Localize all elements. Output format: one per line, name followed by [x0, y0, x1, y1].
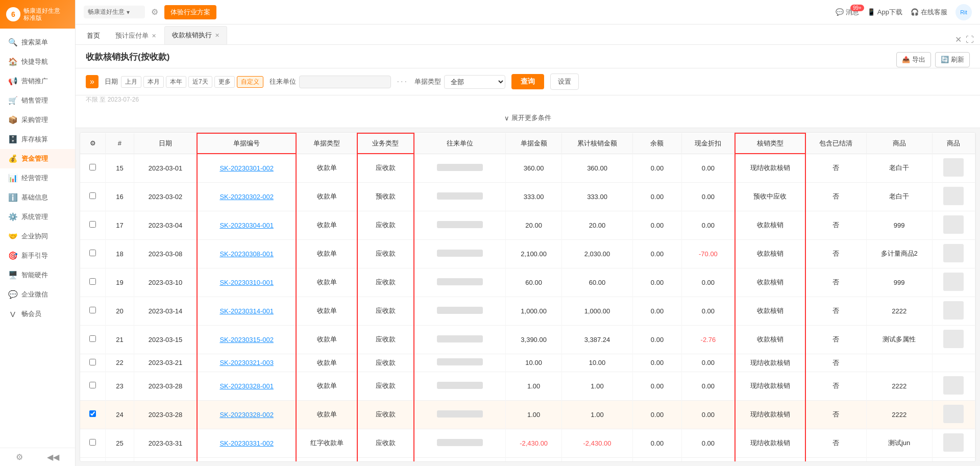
close-window-icon[interactable]: ✕: [955, 35, 962, 44]
date-btn-last-month[interactable]: 上月: [121, 76, 141, 88]
sidebar-item-operations[interactable]: 📊 经营管理: [0, 168, 75, 188]
table-row[interactable]: 17 2023-03-04 SK-20230304-001 收款单 应收款 20…: [80, 211, 975, 239]
cell-docno[interactable]: SK-20230302-002: [197, 182, 296, 211]
sidebar-item-inventory[interactable]: 🗄️ 库存核算: [0, 130, 75, 149]
cell-checkbox[interactable]: [80, 182, 106, 211]
sidebar-item-marketing[interactable]: 📢 营销推广: [0, 71, 75, 91]
col-settings-icon[interactable]: ⚙: [90, 139, 96, 147]
collapse-icon[interactable]: ◀◀: [47, 452, 59, 462]
cell-checkbox[interactable]: [80, 239, 106, 268]
sidebar-item-wechat[interactable]: 💬 企业微信: [0, 285, 75, 304]
cell-balance: 0.00: [632, 182, 682, 211]
cell-docno[interactable]: SK-20230403-002: [197, 457, 296, 462]
sidebar-item-sales[interactable]: 🛒 销售管理: [0, 91, 75, 110]
tab-home[interactable]: 首页: [80, 27, 107, 44]
type-filter-select[interactable]: 全部 收款单 红字收款单: [444, 75, 505, 89]
maximize-icon[interactable]: ⛶: [966, 35, 974, 44]
cell-docno[interactable]: SK-20230314-001: [197, 297, 296, 325]
cell-goods: [866, 354, 932, 372]
table-row[interactable]: 23 2023-03-28 SK-20230328-001 收款单 应收款 1.…: [80, 372, 975, 400]
sidebar-item-guide[interactable]: 🎯 新手引导: [0, 246, 75, 265]
tab-collection[interactable]: 收款核销执行 ✕: [164, 26, 227, 44]
query-btn[interactable]: 查询: [511, 74, 544, 89]
date-btn-this-month[interactable]: 本月: [143, 76, 164, 88]
cell-include-settled: 否: [805, 154, 867, 182]
tab-prepay[interactable]: 预计应付单 ✕: [108, 27, 163, 44]
company-dropdown[interactable]: 畅康道好生意 ▾: [84, 6, 145, 18]
cell-writeoff-type: 现结收款核销: [735, 154, 805, 182]
data-table-container[interactable]: ⚙ # 日期 单据编号 单据类型 业务类型 往来单位 单据金额 累计核销金额 余…: [80, 132, 976, 462]
sidebar-item-quick-nav[interactable]: 🏠 快捷导航: [0, 52, 75, 71]
table-row[interactable]: 26 2023-04-03 SK-20230403-002 收款单 预收款 20…: [80, 457, 975, 462]
cell-docno[interactable]: SK-20230301-002: [197, 154, 296, 182]
sidebar-item-purchase[interactable]: 📦 采购管理: [0, 110, 75, 130]
cell-include-settled: 否: [805, 182, 867, 211]
col-amount: 单据金额: [505, 133, 562, 154]
solution-btn[interactable]: 体验行业方案: [164, 5, 216, 19]
table-row[interactable]: 15 2023-03-01 SK-20230301-002 收款单 应收款 36…: [80, 154, 975, 182]
date-btn-this-year[interactable]: 本年: [166, 76, 186, 88]
cell-checkbox[interactable]: [80, 457, 106, 462]
sidebar-item-vip[interactable]: V 畅会员: [0, 304, 75, 324]
sidebar-item-finance[interactable]: 💰 资金管理: [0, 149, 75, 168]
cell-checkbox[interactable]: [80, 154, 106, 182]
date-btn-more[interactable]: 更多: [214, 76, 235, 88]
table-row[interactable]: 21 2023-03-15 SK-20230315-002 收款单 应收款 3,…: [80, 325, 975, 354]
app-download-btn[interactable]: 📱 App下载: [867, 8, 902, 17]
cell-amount: -2,430.00: [505, 429, 562, 457]
cell-docno[interactable]: SK-20230308-001: [197, 239, 296, 268]
settings-btn[interactable]: 设置: [550, 73, 579, 90]
collection-tab-close[interactable]: ✕: [215, 32, 219, 39]
expand-more-btn[interactable]: ∨ 展开更多条件: [498, 110, 557, 126]
cell-docno[interactable]: SK-20230321-003: [197, 354, 296, 372]
date-btn-7days[interactable]: 近7天: [188, 76, 212, 88]
table-row[interactable]: 22 2023-03-21 SK-20230321-003 收款单 应收款 10…: [80, 354, 975, 372]
cell-docno[interactable]: SK-20230328-001: [197, 372, 296, 400]
col-unit: 往来单位: [414, 133, 506, 154]
online-service-btn[interactable]: 🎧 在线客服: [911, 8, 947, 17]
cell-checkbox[interactable]: [80, 372, 106, 400]
sidebar-item-enterprise[interactable]: 🤝 企业协同: [0, 227, 75, 246]
cell-docno[interactable]: SK-20230328-002: [197, 400, 296, 429]
cell-checkbox[interactable]: [80, 429, 106, 457]
table-row[interactable]: 24 2023-03-28 SK-20230328-002 收款单 应收款 1.…: [80, 400, 975, 429]
cell-doctype: 收款单: [296, 400, 357, 429]
messages-btn[interactable]: 💬 消息 99+: [836, 8, 859, 17]
sidebar-item-basic-info[interactable]: ℹ️ 基础信息: [0, 188, 75, 207]
date-custom-btn[interactable]: 自定义: [237, 76, 263, 88]
cell-checkbox[interactable]: [80, 297, 106, 325]
export-btn[interactable]: 📤 导出: [896, 52, 931, 67]
table-row[interactable]: 18 2023-03-08 SK-20230308-001 收款单 应收款 2,…: [80, 239, 975, 268]
cell-checkbox[interactable]: [80, 211, 106, 239]
sidebar-item-search[interactable]: 🔍 搜索菜单: [0, 33, 75, 52]
cell-include-settled: 否: [805, 325, 867, 354]
hardware-icon: 🖥️: [8, 271, 17, 280]
user-avatar[interactable]: Rit: [955, 4, 972, 20]
cell-writeoff-type: 现结收款核销: [735, 400, 805, 429]
cell-checkbox[interactable]: [80, 400, 106, 429]
table-row[interactable]: 20 2023-03-14 SK-20230314-001 收款单 应收款 1,…: [80, 297, 975, 325]
prepay-tab-close[interactable]: ✕: [152, 33, 156, 39]
unit-filter-input[interactable]: [299, 76, 391, 88]
cell-checkbox[interactable]: [80, 325, 106, 354]
cell-docno[interactable]: SK-20230310-001: [197, 268, 296, 297]
sidebar-item-hardware[interactable]: 🖥️ 智能硬件: [0, 265, 75, 285]
cell-checkbox[interactable]: [80, 268, 106, 297]
cell-docno[interactable]: SK-20230315-002: [197, 325, 296, 354]
table-row[interactable]: 25 2023-03-31 SK-20230331-002 红字收款单 应收款 …: [80, 429, 975, 457]
table-row[interactable]: 16 2023-03-02 SK-20230302-002 收款单 预收款 33…: [80, 182, 975, 211]
col-include-settled: 包含已结清: [805, 133, 867, 154]
settings-footer-icon[interactable]: ⚙: [16, 452, 23, 462]
cell-docno[interactable]: SK-20230304-001: [197, 211, 296, 239]
sidebar-item-system[interactable]: ⚙️ 系统管理: [0, 207, 75, 227]
refresh-btn[interactable]: 🔄 刷新: [935, 52, 970, 67]
cell-checkbox[interactable]: [80, 354, 106, 372]
cell-doctype: 收款单: [296, 297, 357, 325]
gear-icon[interactable]: ⚙: [151, 7, 158, 17]
table-row[interactable]: 19 2023-03-10 SK-20230310-001 收款单 应收款 60…: [80, 268, 975, 297]
col-settings[interactable]: ⚙: [80, 133, 106, 154]
sidebar: 6 畅康道好生意 标准版 🔍 搜索菜单🏠 快捷导航📢 营销推广🛒 销售管理📦 采…: [0, 0, 76, 466]
cell-docno[interactable]: SK-20230331-002: [197, 429, 296, 457]
cell-date: 2023-03-01: [134, 154, 197, 182]
filter-toggle-btn[interactable]: »: [86, 75, 99, 88]
